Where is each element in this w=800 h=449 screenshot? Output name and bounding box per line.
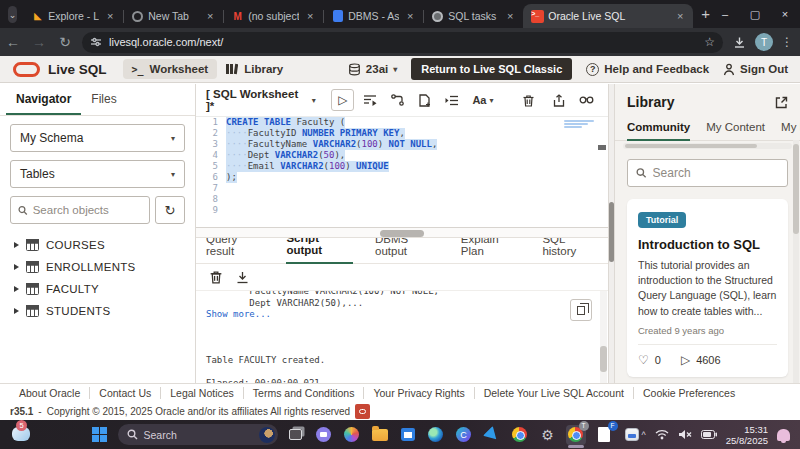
browser-profile-avatar[interactable]: T: [755, 33, 773, 51]
horizontal-splitter[interactable]: [196, 227, 608, 238]
site-settings-icon[interactable]: [90, 36, 102, 48]
browser-tab-oracle-livesql-active[interactable]: >_ Oracle Live SQL ×: [523, 4, 693, 28]
browser-tab-leetcode[interactable]: ◣ Explore - LeetCode ×: [23, 4, 123, 28]
tab-close-icon[interactable]: ×: [203, 10, 217, 22]
notification-bell-icon[interactable]: [777, 429, 790, 441]
reload-button[interactable]: ↻: [52, 34, 78, 50]
tab-close-icon[interactable]: ×: [503, 10, 517, 22]
tab-search-button[interactable]: ⌄: [8, 6, 17, 23]
database-version-select[interactable]: 23ai ▾: [348, 63, 397, 76]
expand-arrow-icon[interactable]: [14, 286, 19, 292]
footer-link-terms[interactable]: Terms and Conditions: [244, 387, 365, 399]
explain-plan-button[interactable]: [386, 89, 409, 111]
microsoft-store-button[interactable]: [398, 425, 418, 445]
edge-button[interactable]: [426, 425, 446, 445]
browser-tab-gmail[interactable]: M (no subject) - 24ch ×: [223, 4, 323, 28]
run-script-button[interactable]: [358, 89, 381, 111]
copy-output-button[interactable]: [570, 299, 592, 321]
tree-item-students[interactable]: STUDENTS: [0, 300, 195, 322]
start-button[interactable]: [90, 425, 110, 445]
expand-arrow-icon[interactable]: [14, 242, 19, 248]
footer-link-legal-notices[interactable]: Legal Notices: [161, 387, 244, 399]
schema-select[interactable]: My Schema ▾: [10, 124, 185, 152]
clear-worksheet-button[interactable]: [517, 89, 540, 111]
return-to-classic-button[interactable]: Return to Live SQL Classic: [411, 58, 572, 80]
word-document-button[interactable]: F: [594, 425, 614, 445]
battery-icon[interactable]: [701, 430, 717, 439]
tab-community[interactable]: Community: [627, 116, 690, 141]
footer-link-privacy[interactable]: Your Privacy Rights: [364, 387, 474, 399]
new-tab-button[interactable]: +: [701, 5, 710, 22]
like-heart-icon[interactable]: ♡: [638, 353, 649, 367]
library-scrollbar[interactable]: [793, 140, 799, 383]
footer-link-contact-us[interactable]: Contact Us: [90, 387, 161, 399]
tab-close-icon[interactable]: ×: [673, 10, 687, 22]
clear-output-button[interactable]: [210, 270, 222, 284]
browser-tab-sql-guide[interactable]: SQL tasks guide ×: [423, 4, 523, 28]
editor-scrollbar[interactable]: [598, 145, 606, 150]
splitter-handle[interactable]: [609, 202, 614, 262]
open-in-new-icon[interactable]: [775, 96, 788, 109]
run-statement-button[interactable]: ▷: [331, 89, 354, 111]
library-search-field[interactable]: [627, 159, 788, 187]
chat-button[interactable]: [314, 425, 334, 445]
find-button[interactable]: [575, 89, 598, 111]
widgets-weather-button[interactable]: 5: [8, 423, 22, 447]
table-name[interactable]: STUDENTS: [46, 305, 110, 317]
tab-close-icon[interactable]: ×: [403, 10, 417, 22]
footer-link-delete-account[interactable]: Delete Your Live SQL Account: [475, 387, 634, 399]
bookmark-star-icon[interactable]: ☆: [704, 35, 715, 49]
browser-menu-icon[interactable]: ⋮: [778, 35, 796, 49]
tree-item-faculty[interactable]: FACULTY: [0, 278, 195, 300]
browser-tab-newtab[interactable]: New Tab ×: [123, 4, 223, 28]
address-bar[interactable]: livesql.oracle.com/next/ ☆: [82, 32, 723, 53]
copilot-button[interactable]: [342, 425, 362, 445]
browser-tab-dbms[interactable]: DBMS - Assignme ×: [323, 4, 423, 28]
window-maximize-button[interactable]: ▢: [740, 8, 770, 21]
url-text[interactable]: livesql.oracle.com/next/: [109, 36, 704, 48]
volume-muted-icon[interactable]: [678, 429, 692, 440]
card-title[interactable]: Introduction to SQL: [638, 237, 777, 252]
footer-link-cookie-preferences[interactable]: Cookie Preferences: [634, 387, 744, 399]
search-objects-input[interactable]: [33, 204, 142, 216]
worksheet-title-select[interactable]: [ SQL Worksheet ]*: [206, 88, 306, 112]
table-name[interactable]: FACULTY: [46, 283, 99, 295]
back-button[interactable]: ←: [0, 34, 26, 50]
nav-library-button[interactable]: Library: [217, 59, 292, 79]
library-tabs-scrollbar[interactable]: [623, 143, 792, 149]
download-output-button[interactable]: [236, 271, 249, 284]
format-code-button[interactable]: [440, 89, 463, 111]
sql-code-editor[interactable]: 1CREATE TABLE Faculty ( 2····FacultyID N…: [196, 117, 608, 227]
tutorial-card-intro-to-sql[interactable]: Tutorial Introduction to SQL This tutori…: [627, 199, 788, 377]
tab-close-icon[interactable]: ×: [303, 10, 317, 22]
canva-button[interactable]: C: [454, 425, 474, 445]
table-name[interactable]: ENROLLMENTS: [46, 261, 136, 273]
expand-arrow-icon[interactable]: [14, 264, 19, 270]
task-view-button[interactable]: [286, 425, 306, 445]
sign-out-button[interactable]: Sign Out: [723, 63, 788, 76]
show-more-link[interactable]: Show more...: [206, 309, 608, 321]
object-type-select[interactable]: Tables ▾: [10, 160, 185, 188]
chrome-active-button[interactable]: T: [566, 425, 586, 445]
footer-link-about-oracle[interactable]: About Oracle: [10, 387, 90, 399]
script-output-area[interactable]: FacultyName VARCHAR2(100) NOT NULL, Dept…: [196, 290, 608, 383]
snipping-tool-button[interactable]: [622, 425, 642, 445]
chrome-button[interactable]: [510, 425, 530, 445]
taskbar-clock[interactable]: 15:31 25/8/2025: [726, 424, 768, 446]
tree-item-enrollments[interactable]: ENROLLMENTS: [0, 256, 195, 278]
forward-button[interactable]: →: [26, 34, 52, 50]
downloads-icon[interactable]: [733, 36, 746, 49]
wifi-icon[interactable]: [655, 429, 669, 440]
hidden-icons-chevron[interactable]: ^: [642, 430, 646, 440]
window-minimize-button[interactable]: –: [710, 8, 740, 20]
window-close-button[interactable]: ×: [770, 8, 800, 20]
nav-worksheet-button[interactable]: >_ Worksheet: [123, 59, 218, 79]
table-name[interactable]: COURSES: [46, 239, 105, 251]
vscode-button[interactable]: [482, 425, 502, 445]
tab-files[interactable]: Files: [81, 84, 126, 115]
splitter-handle[interactable]: [380, 230, 424, 237]
expand-arrow-icon[interactable]: [14, 308, 19, 314]
object-search-field[interactable]: [10, 196, 150, 224]
bing-daily-image[interactable]: [259, 427, 275, 443]
settings-button[interactable]: ⚙: [538, 425, 558, 445]
